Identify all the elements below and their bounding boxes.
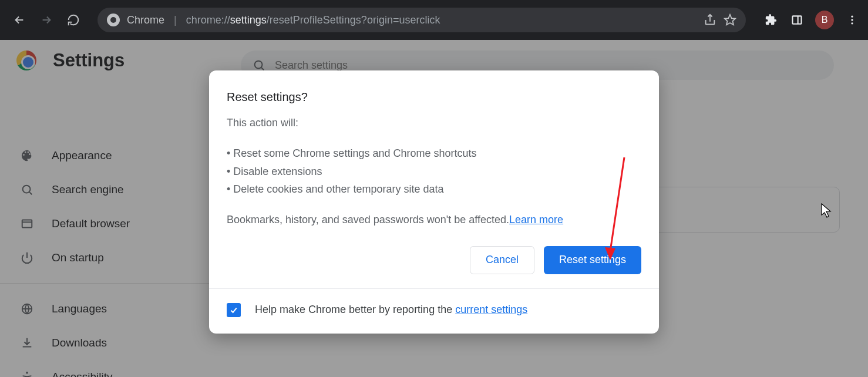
reload-icon [67, 14, 80, 26]
dialog-actions: Cancel Reset settings [227, 246, 641, 274]
address-url: chrome://settings/resetProfileSettings?o… [186, 14, 440, 26]
cancel-button[interactable]: Cancel [470, 246, 534, 274]
browser-toolbar: Chrome | chrome://settings/resetProfileS… [0, 0, 868, 40]
address-site-label: Chrome [127, 14, 164, 26]
site-info-icon[interactable] [107, 14, 120, 26]
profile-avatar[interactable]: B [815, 11, 834, 29]
check-icon [229, 305, 238, 315]
share-icon[interactable] [704, 14, 716, 26]
page-content: Settings Appearance Search engine Defaul… [0, 40, 868, 377]
arrow-right-icon [40, 14, 53, 26]
forward-button[interactable] [35, 9, 58, 31]
dialog-note: Bookmarks, history, and saved passwords … [227, 214, 641, 226]
svg-rect-1 [793, 16, 802, 23]
dialog-bullet: • Disable extensions [227, 163, 641, 181]
report-settings-checkbox[interactable] [227, 303, 241, 317]
learn-more-link[interactable]: Learn more [509, 214, 563, 225]
toolbar-right: B [763, 11, 860, 29]
svg-marker-0 [725, 15, 735, 25]
dialog-title: Reset settings? [227, 90, 641, 104]
dialog-footer-text: Help make Chrome better by reporting the… [255, 304, 527, 316]
svg-point-5 [851, 22, 853, 24]
current-settings-link[interactable]: current settings [455, 304, 527, 315]
kebab-menu-icon[interactable] [845, 12, 860, 28]
extensions-icon[interactable] [763, 12, 779, 28]
reset-settings-button[interactable]: Reset settings [544, 246, 641, 274]
arrow-left-icon [13, 14, 26, 26]
sidepanel-icon[interactable] [789, 12, 805, 28]
svg-point-4 [851, 19, 853, 21]
address-separator: | [174, 14, 177, 26]
reload-button[interactable] [62, 9, 85, 31]
reset-settings-dialog: Reset settings? This action will: • Rese… [209, 70, 659, 334]
dialog-bullet: • Delete cookies and other temporary sit… [227, 180, 641, 198]
address-bar[interactable]: Chrome | chrome://settings/resetProfileS… [97, 8, 746, 32]
star-icon[interactable] [724, 14, 736, 26]
dialog-footer: Help make Chrome better by reporting the… [209, 288, 659, 334]
svg-point-3 [851, 16, 853, 18]
back-button[interactable] [8, 9, 31, 31]
dialog-bullet: • Reset some Chrome settings and Chrome … [227, 144, 641, 163]
dialog-lead-text: This action will: [227, 117, 641, 129]
dialog-bullet-list: • Reset some Chrome settings and Chrome … [227, 144, 641, 198]
